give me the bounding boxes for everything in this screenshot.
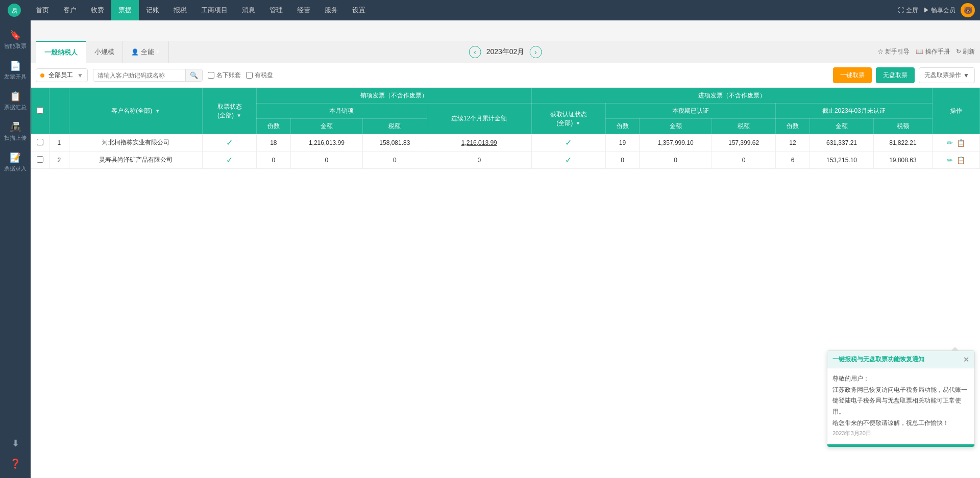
auth-filter-icon[interactable]: ▼ [576, 120, 581, 126]
status-filter-icon[interactable]: ▼ [236, 113, 241, 118]
nav-message[interactable]: 消息 [235, 0, 262, 20]
nav-business[interactable]: 工商项目 [194, 0, 235, 20]
customer-filter-icon[interactable]: ▼ [155, 108, 160, 114]
user-avatar[interactable]: 🐻 [961, 3, 975, 17]
tab-small[interactable]: 小规模 [86, 41, 123, 63]
row2-pc-amount: 0 [640, 152, 712, 169]
sidebar-item-open-invoice[interactable]: 📄 发票开具 [1, 56, 30, 85]
checkbox-account[interactable]: 名下账套 [208, 71, 241, 80]
sidebar-help-btn[interactable]: ❓ [1, 455, 30, 473]
notification-footer [827, 444, 974, 447]
row1-view-btn[interactable]: 📋 [957, 139, 965, 147]
refresh-btn[interactable]: ↻ 刷新 [956, 47, 975, 56]
th-pu-tax: 税额 [874, 119, 932, 134]
open-invoice-icon: 📄 [10, 60, 21, 71]
th-customer: 客户名称(全部) ▼ [69, 88, 203, 134]
th-pc-amount: 金额 [640, 119, 712, 134]
notification-content: 江苏政务网已恢复访问电子税务局功能，易代账一键登陆电子税务局与无盘取票相关功能可… [832, 385, 969, 418]
th-auth-status: 获取认证状态(全部) ▼ [531, 104, 605, 134]
nav-service[interactable]: 服务 [317, 0, 345, 20]
row2-view-btn[interactable]: 📋 [957, 156, 965, 164]
notification-close-btn[interactable]: ✕ [963, 356, 969, 364]
row1-status-check: ✓ [226, 138, 233, 147]
nav-operation[interactable]: 经营 [290, 0, 317, 20]
period-selector: ‹ 2023年02月 › [469, 46, 542, 58]
period-prev-btn[interactable]: ‹ [469, 46, 481, 58]
notification-body: 尊敬的用户： 江苏政务网已恢复访问电子税务局功能，易代账一键登陆电子税务局与无盘… [827, 368, 974, 444]
new-guide-btn[interactable]: ☆ 新手引导 [877, 47, 910, 56]
th-sales-group: 销项发票（不含作废票） [256, 88, 531, 104]
table-row: 2 灵寿县尚泽矿产品有限公司 ✓ 0 0 0 0 ✓ 0 0 0 6 153,2… [31, 152, 980, 169]
checkbox-account-input[interactable] [208, 72, 214, 79]
row1-auth: ✓ [531, 134, 605, 152]
checkbox-tax-disk-input[interactable] [246, 72, 253, 79]
row2-pc-tax: 0 [712, 152, 775, 169]
nav-settings[interactable]: 设置 [345, 0, 373, 20]
nav-tax[interactable]: 报税 [166, 0, 194, 20]
employee-label: 全部员工 [48, 71, 73, 80]
row2-checkbox[interactable] [37, 156, 43, 163]
row1-name: 河北柯撸栋实业有限公司 [69, 134, 203, 152]
sidebar-label-smart-invoice: 智能取票 [4, 42, 27, 50]
no-disk-btn[interactable]: 无盘取票 [876, 67, 915, 83]
nav-right: ⛶ 全屏 ▶ 畅享会员 🐻 [898, 3, 975, 17]
table-row: 1 河北柯撸栋实业有限公司 ✓ 18 1,216,013.99 158,081.… [31, 134, 980, 152]
sidebar-download-btn[interactable]: ⬇ [1, 434, 30, 452]
row1-sales-amount: 1,216,013.99 [290, 134, 363, 152]
select-all-checkbox[interactable] [37, 107, 43, 114]
row1-sales-tax: 158,081.83 [363, 134, 427, 152]
tab-dropdown-icon: ▼ [155, 49, 160, 55]
th-sales-amount: 金额 [290, 119, 363, 134]
row1-edit-btn[interactable]: ✏ [947, 139, 953, 147]
row1-status: ✓ [203, 134, 257, 152]
sidebar-item-smart-invoice[interactable]: 🔖 智能取票 [1, 26, 30, 54]
nav-manage[interactable]: 管理 [262, 0, 290, 20]
row1-check [31, 134, 50, 152]
row1-checkbox[interactable] [37, 139, 43, 145]
nav-invoice[interactable]: 票据 [111, 0, 139, 20]
table-body: 1 河北柯撸栋实业有限公司 ✓ 18 1,216,013.99 158,081.… [31, 134, 980, 169]
no-disk-ops-btn[interactable]: 无盘取票操作 ▼ [919, 67, 975, 83]
membership-btn[interactable]: ▶ 畅享会员 [923, 6, 955, 15]
sidebar-item-summary[interactable]: 📋 票据汇总 [1, 87, 30, 115]
nav-customer[interactable]: 客户 [56, 0, 84, 20]
row2-edit-btn[interactable]: ✏ [947, 156, 953, 164]
tab-all-label: 全能 [141, 47, 154, 57]
search-btn[interactable]: 🔍 [185, 69, 202, 81]
tab-all[interactable]: 👤 全能 ▼ [123, 41, 169, 63]
logo[interactable]: 易 [5, 1, 23, 19]
row2-acc: 0 [427, 152, 531, 169]
employee-dot [40, 73, 44, 78]
checkbox-tax-disk[interactable]: 有税盘 [246, 71, 273, 80]
tab-general[interactable]: 一般纳税人 [36, 41, 86, 63]
row1-sales-count: 18 [256, 134, 290, 152]
nav-accounting[interactable]: 记账 [139, 0, 166, 20]
row2-pc-count: 0 [605, 152, 640, 169]
one-key-btn[interactable]: 一键取票 [833, 67, 872, 83]
user-icon: 👤 [131, 48, 139, 56]
nav-home[interactable]: 首页 [29, 0, 56, 20]
row2-acc-link[interactable]: 0 [477, 157, 481, 164]
sidebar-label-open-invoice: 发票开具 [4, 73, 27, 81]
row2-num: 2 [50, 152, 69, 169]
row2-pu-amount: 153,215.10 [810, 152, 873, 169]
th-checkbox [31, 88, 50, 134]
nav-fee[interactable]: 收费 [84, 0, 111, 20]
manual-btn[interactable]: 📖 操作手册 [916, 47, 949, 56]
dropdown-arrow-icon: ▼ [963, 72, 969, 79]
svg-text:易: 易 [12, 8, 17, 14]
notification-apology: 给您带来的不便敬请谅解，祝总工作愉快！ [832, 418, 969, 429]
sidebar-item-scan[interactable]: 📠 扫描上传 [1, 117, 30, 146]
row2-auth-check: ✓ [565, 156, 572, 164]
th-num [50, 88, 69, 134]
row1-acc-link[interactable]: 1,216,013.99 [461, 139, 497, 146]
tab-general-label: 一般纳税人 [44, 48, 78, 57]
row1-acc: 1,216,013.99 [427, 134, 531, 152]
popup-deco [951, 347, 959, 351]
sidebar-item-entry[interactable]: 📝 票据录入 [1, 148, 30, 177]
notification-greeting: 尊敬的用户： [832, 373, 969, 385]
period-next-btn[interactable]: › [529, 46, 542, 58]
employee-select[interactable]: 全部员工 ▼ [36, 68, 88, 82]
search-input[interactable] [93, 70, 185, 81]
fullscreen-btn[interactable]: ⛶ 全屏 [898, 6, 918, 15]
